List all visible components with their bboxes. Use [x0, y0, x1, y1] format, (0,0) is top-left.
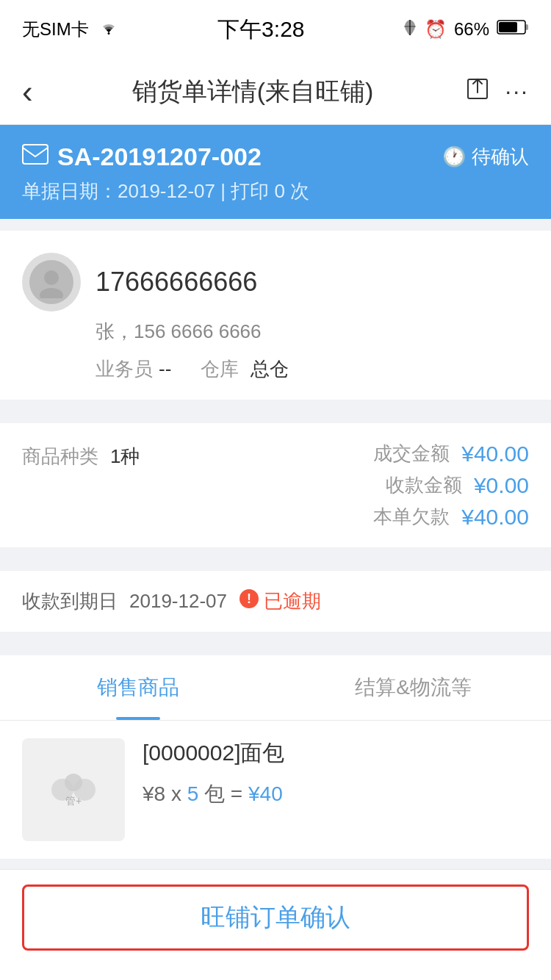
nav-bar: ‹ 销货单详情(来自旺铺) ···	[0, 59, 551, 125]
svg-rect-2	[525, 24, 528, 30]
order-number: SA-20191207-002	[22, 143, 262, 171]
divider-3	[0, 559, 551, 571]
received-label: 收款金额	[386, 472, 462, 498]
order-date: 单据日期：2019-12-07 | 打印 0 次	[22, 179, 529, 204]
warning-icon: !	[239, 588, 259, 614]
product-thumbnail: 管+	[22, 738, 125, 841]
amount-value: ¥40.00	[461, 442, 529, 466]
confirm-order-button[interactable]: 旺铺订单确认	[22, 884, 529, 951]
overdue-badge: ! 已逾期	[239, 588, 321, 614]
status-right: ⏰ 66%	[403, 19, 529, 40]
alarm-icon: ⏰	[425, 19, 447, 40]
warehouse-value: 总仓	[251, 356, 289, 382]
received-value: ¥0.00	[474, 473, 529, 498]
summary-row: 商品种类 1种 成交金额 ¥40.00 收款金额 ¥0.00 本单欠款 ¥40.…	[22, 441, 529, 530]
tabs-header: 销售商品 结算&物流等	[0, 655, 551, 721]
share-icon[interactable]	[465, 76, 490, 107]
product-section: 管+ [0000002]面包 ¥8 x 5 包 = ¥40	[0, 721, 551, 859]
carrier-text: 无SIM卡	[22, 18, 89, 41]
category-value: 1种	[110, 444, 140, 469]
overdue-text: 已逾期	[264, 588, 321, 614]
order-header-card: SA-20191207-002 🕐 待确认 单据日期：2019-12-07 | …	[0, 125, 551, 219]
warehouse-item: 仓库 总仓	[201, 356, 289, 382]
divider-1	[0, 219, 551, 231]
total-text: ¥40	[248, 782, 283, 805]
summary-right: 成交金额 ¥40.00 收款金额 ¥0.00 本单欠款 ¥40.00	[373, 441, 529, 530]
sales-rep-item: 业务员 --	[96, 356, 171, 382]
svg-rect-3	[499, 22, 517, 32]
price-separator: x	[171, 782, 187, 805]
quantity-text: 5	[187, 782, 199, 805]
customer-meta: 业务员 -- 仓库 总仓	[96, 356, 529, 382]
price-text: ¥8	[143, 782, 165, 805]
due-date-label: 收款到期日	[22, 588, 118, 614]
svg-point-12	[65, 774, 82, 791]
balance-row: 本单欠款 ¥40.00	[373, 504, 529, 530]
sales-rep-value: --	[159, 358, 171, 381]
balance-value: ¥40.00	[461, 505, 529, 530]
order-status: 🕐 待确认	[442, 144, 529, 170]
customer-name-info: 张，156 6666 6666	[96, 319, 529, 345]
page-title: 销货单详情(来自旺铺)	[132, 75, 374, 109]
balance-label: 本单欠款	[373, 504, 450, 530]
tab-settlement-logistics[interactable]: 结算&物流等	[276, 655, 551, 720]
svg-rect-5	[23, 145, 48, 164]
battery-text: 66%	[454, 19, 489, 40]
due-date-value: 2019-12-07	[129, 590, 227, 613]
status-bar: 无SIM卡 下午3:28 ⏰ 66%	[0, 0, 551, 59]
customer-row: 17666666666	[22, 253, 529, 311]
status-left: 无SIM卡	[22, 18, 120, 41]
bottom-bar: 旺铺订单确认	[0, 869, 551, 980]
clock-icon: 🕐	[442, 145, 466, 168]
svg-point-0	[107, 32, 109, 35]
summary-left: 商品种类 1种	[22, 441, 140, 469]
wifi-icon	[98, 19, 120, 40]
amount-row: 成交金额 ¥40.00	[373, 441, 529, 466]
back-button[interactable]: ‹	[22, 73, 40, 110]
product-info: [0000002]面包 ¥8 x 5 包 = ¥40	[143, 738, 529, 808]
due-date-section: 收款到期日 2019-12-07 ! 已逾期	[0, 571, 551, 632]
user-icon	[29, 260, 73, 304]
product-name: [0000002]面包	[143, 738, 529, 768]
email-icon	[22, 143, 48, 171]
location-icon	[403, 19, 417, 40]
summary-section: 商品种类 1种 成交金额 ¥40.00 收款金额 ¥0.00 本单欠款 ¥40.…	[0, 423, 551, 547]
battery-icon	[497, 19, 529, 40]
svg-text:!: !	[247, 591, 251, 606]
divider-4	[0, 644, 551, 655]
svg-point-7	[40, 288, 63, 298]
product-price: ¥8 x 5 包 = ¥40	[143, 780, 529, 808]
equals-sign: =	[231, 782, 248, 805]
product-thumb-logo: 管+	[44, 768, 103, 812]
customer-section: 17666666666 张，156 6666 6666 业务员 -- 仓库 总仓	[0, 231, 551, 400]
more-icon[interactable]: ···	[505, 78, 529, 105]
svg-point-6	[44, 270, 59, 285]
received-row: 收款金额 ¥0.00	[386, 472, 529, 498]
warehouse-label: 仓库	[201, 356, 239, 382]
avatar	[22, 253, 81, 311]
category-label: 商品种类	[22, 444, 98, 469]
tab-sales-products[interactable]: 销售商品	[0, 655, 276, 720]
amount-label: 成交金额	[373, 441, 450, 466]
unit-text: 包	[204, 782, 225, 805]
tab-indicator	[116, 717, 160, 720]
order-number-row: SA-20191207-002 🕐 待确认	[22, 143, 529, 171]
svg-text:管+: 管+	[65, 795, 82, 807]
nav-actions: ···	[465, 76, 529, 107]
sales-rep-label: 业务员	[96, 356, 153, 382]
status-time: 下午3:28	[217, 15, 304, 45]
customer-phone: 17666666666	[96, 267, 257, 298]
divider-2	[0, 411, 551, 423]
tabs-section: 销售商品 结算&物流等 管+ [0000002]面包 ¥8 x 5	[0, 655, 551, 859]
